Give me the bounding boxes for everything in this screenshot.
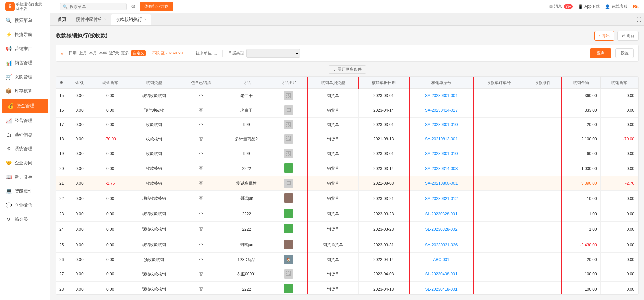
message-btn[interactable]: ✉ 消息 99+ [549, 4, 573, 9]
filter-recent7[interactable]: 近7天 [109, 50, 119, 56]
table-row-image [270, 222, 308, 237]
enterprise-icon: 🤝 [5, 160, 12, 166]
table-row-amount: 100.00 [561, 282, 600, 295]
table-row-amount: 333.00 [561, 103, 600, 118]
table-row-amount: 1.00 [561, 206, 600, 222]
filter-this-month[interactable]: 本月 [89, 50, 97, 56]
inventory-icon: 📦 [5, 88, 12, 94]
table-row-order-no [474, 89, 524, 103]
sidebar-item-finance[interactable]: 💰 资金管理 [2, 99, 48, 113]
message-badge: 99+ [564, 4, 573, 9]
table-row-image [270, 282, 308, 295]
sidebar-item-hardware[interactable]: 💻 智能硬件 [0, 184, 50, 198]
table-row-bill-no: SL-20230408-001 [409, 267, 474, 282]
online-service-btn[interactable]: 👤 在线客服 [605, 4, 628, 9]
tab-minimize-btn[interactable]: — [629, 17, 634, 22]
sidebar-item-purchase[interactable]: 🛒 采购管理 [0, 70, 50, 84]
app-download-btn[interactable]: 📱 App下载 [578, 4, 599, 9]
table-row-type: 收款核销 [129, 118, 179, 132]
table-row-type: 现结收款核销 [129, 206, 179, 222]
expand-icon: ∨ [333, 67, 336, 72]
date-range-display: 不限 至 2023-07-26 [152, 51, 184, 56]
table-row-image: 🖼 [270, 132, 308, 146]
filter-collapse-btn[interactable]: » [61, 51, 63, 56]
table-row-type: 现结收款核销 [129, 89, 179, 103]
table-row-type: 现结收款核销 [129, 191, 179, 206]
sidebar-item-basic-info[interactable]: 🗂 基础信息 [0, 128, 50, 142]
col-bill-type: 核销单据类型 [308, 77, 358, 89]
col-amount: 核销金额 [561, 77, 600, 89]
tab-home[interactable]: 首页 [53, 14, 71, 25]
sidebar-item-wechat[interactable]: 💬 企业微信 [0, 198, 50, 212]
user-avatar[interactable]: Rit [633, 4, 639, 9]
table-row-id: 25 [56, 237, 67, 253]
tab-prepayment-close[interactable]: × [104, 17, 106, 22]
export-btn[interactable]: ↑ 导出 [594, 31, 614, 41]
settings-icon[interactable]: ⚙ [131, 3, 136, 10]
table-row-condition [524, 176, 561, 191]
filter-custom[interactable]: 自定义 [131, 50, 146, 56]
table-row-bill-no: ABC-001 [409, 253, 474, 267]
table-row-id: 23 [56, 206, 67, 222]
col-cash-discount: 现金折扣 [92, 77, 129, 89]
sidebar-item-member[interactable]: V 畅会员 [0, 212, 50, 226]
table-row-discount: 0.00 [600, 282, 638, 295]
table-row-included: 否 [179, 118, 223, 132]
table-row-bill-type: 销货单 [308, 176, 358, 191]
system-icon: ⚙ [5, 146, 12, 152]
sidebar-item-operations[interactable]: 📈 经营管理 [0, 114, 50, 128]
table-row-image [270, 237, 308, 253]
table-row-bill-no: SA-20210813-001 [409, 132, 474, 146]
table-row-cash-discount: 0.00 [92, 89, 129, 103]
table-row-included: 否 [179, 176, 223, 191]
table-row-condition [524, 237, 561, 253]
filter-this-year[interactable]: 本年 [99, 50, 107, 56]
sidebar-item-quick-nav[interactable]: ⚡ 快捷导航 [0, 28, 50, 42]
sidebar-item-sales[interactable]: 📊 销售管理 [0, 56, 50, 70]
tab-prepayment[interactable]: 预付冲应付单 × [71, 14, 111, 25]
table-container: ⚙ 余额 现金折扣 核销类型 包含已结清 商品 商品图片 核销单据类型 核销单据… [56, 76, 639, 295]
sidebar-item-enterprise[interactable]: 🤝 企业协同 [0, 156, 50, 170]
sidebar-item-search[interactable]: 🔍 搜索菜单 [0, 13, 50, 28]
bill-type-select[interactable] [246, 49, 300, 58]
query-btn[interactable]: 查询 [590, 48, 611, 58]
tab-collection[interactable]: 收款核销执行 × [111, 14, 151, 25]
filter-last-month[interactable]: 上月 [79, 50, 87, 56]
industry-btn[interactable]: 体验行业方案 [140, 2, 173, 11]
table-row-discount: -2.76 [600, 176, 638, 191]
table-row-cash-discount: 0.00 [92, 267, 129, 282]
table-row-discount: 0.00 [600, 206, 638, 222]
table-row-bill-date: 2023-04-18 [358, 282, 409, 295]
table-row-product: 测试jun [223, 237, 270, 253]
sidebar-item-marketing[interactable]: 📢 营销推广 [0, 42, 50, 56]
settings-btn[interactable]: 设置 [615, 48, 634, 58]
from-unit-dots[interactable]: ... [214, 51, 217, 56]
expand-more-btn[interactable]: ∨ 展开更多条件 [329, 65, 366, 74]
sidebar-item-system[interactable]: ⚙ 系统管理 [0, 142, 50, 156]
tab-maximize-btn[interactable]: ⛶ [637, 17, 641, 22]
table-row-amount: 20.00 [561, 118, 600, 132]
filter-row: » 日期 上月 本月 本年 近7天 更多 自定义 不限 至 2023-07-26 [61, 48, 634, 58]
tab-collection-close[interactable]: × [144, 17, 146, 22]
table-row-cash-discount: 0.00 [92, 222, 129, 237]
table-row-condition [524, 161, 561, 176]
search-input[interactable] [70, 4, 117, 9]
search-menu-icon: 🔍 [5, 17, 12, 24]
table-row-id: 17 [56, 118, 67, 132]
col-balance: 余额 [67, 77, 92, 89]
member-icon: V [5, 217, 12, 222]
content-area: 首页 预付冲应付单 × 收款核销执行 × — ⛶ 收款核销执行(按收款) ↑ [50, 13, 644, 300]
search-box[interactable]: 🔍 [60, 3, 127, 10]
sidebar-item-guide[interactable]: 📖 新手引导 [0, 170, 50, 184]
table-row-cash-discount: 0.00 [92, 282, 129, 295]
sidebar-item-inventory[interactable]: 📦 库存核算 [0, 84, 50, 98]
table-row-order-no [474, 282, 524, 295]
refresh-btn[interactable]: ↺ 刷新 [617, 31, 639, 41]
bill-type-label: 单据类型 [228, 50, 244, 56]
table-row-order-no [474, 146, 524, 161]
col-gear[interactable]: ⚙ [56, 77, 67, 89]
filter-more[interactable]: 更多 [121, 50, 129, 56]
table-row-image: 🖼 [270, 89, 308, 103]
table-row-bill-date: 2021-08-08 [358, 176, 409, 191]
filter-from-unit: 往来单位 ... [196, 50, 217, 56]
